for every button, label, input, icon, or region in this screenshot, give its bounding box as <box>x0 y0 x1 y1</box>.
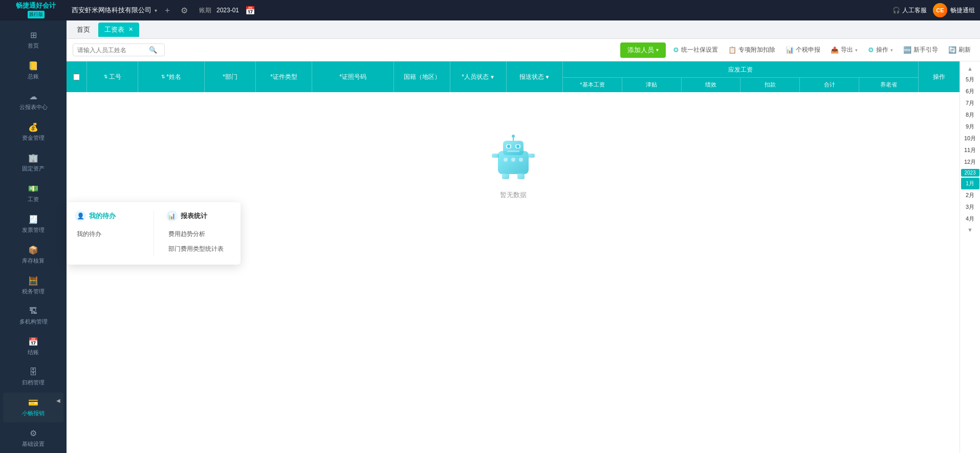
user-name: 畅捷通组 <box>950 6 975 15</box>
settings-icon[interactable]: ⚙ <box>178 6 191 15</box>
cal-month-9[interactable]: 9月 <box>961 121 979 133</box>
sidebar-cloud-label: 云报表中心 <box>19 103 48 111</box>
guide-btn-label: 新手引导 <box>913 46 938 54</box>
cal-month-5[interactable]: 5月 <box>961 74 979 85</box>
sidebar-assets-label: 固定资产 <box>22 165 45 172</box>
sidebar-salary-label: 工资 <box>28 196 39 203</box>
sidebar-item-fund[interactable]: 💰 资金管理 <box>3 117 63 147</box>
headset-icon: 🎧 <box>892 7 900 14</box>
table-container: 暂无数据 <box>67 92 960 453</box>
company-dropdown-icon[interactable]: ▾ <box>155 8 157 13</box>
search-box: 🔍 <box>73 44 165 56</box>
cal-month-3[interactable]: 3月 <box>961 201 979 213</box>
sidebar-item-closing[interactable]: 📅 结账 <box>3 332 63 361</box>
calendar-up-btn[interactable]: ▲ <box>963 63 977 74</box>
cal-month-11[interactable]: 11月 <box>961 144 979 156</box>
submenu-item-cost-trend[interactable]: 费用趋势分析 <box>166 227 233 242</box>
cal-month-1[interactable]: 1月 <box>961 178 979 189</box>
social-insurance-icon: ⚙ <box>673 46 679 54</box>
col-submit: 报送状态 ▼ <box>507 61 563 92</box>
sidebar-item-invoice[interactable]: 🧾 发票管理 <box>3 209 63 239</box>
action-arrow-icon: ▾ <box>890 48 893 53</box>
deduction-icon: 📋 <box>728 46 736 54</box>
add-company-btn[interactable]: ＋ <box>160 5 175 16</box>
col-operate: 操作 <box>919 61 960 92</box>
service-btn[interactable]: 🎧 人工客服 <box>892 6 927 15</box>
svg-rect-14 <box>492 154 499 158</box>
submenu-report-icon: 📊 <box>166 210 178 222</box>
cal-month-6[interactable]: 6月 <box>961 85 979 97</box>
svg-point-10 <box>511 158 515 162</box>
svg-point-9 <box>504 158 508 162</box>
cal-month-12[interactable]: 12月 <box>961 156 979 168</box>
sidebar-item-salary[interactable]: 💵 工资 <box>3 179 63 208</box>
action-icon: ⚙ <box>868 46 874 54</box>
export-btn[interactable]: 📤 导出 ▾ <box>827 44 861 56</box>
col-certtype-label: *证件类型 <box>270 73 297 81</box>
cal-month-7[interactable]: 7月 <box>961 97 979 109</box>
sidebar-home-label: 首页 <box>28 42 39 50</box>
refresh-btn[interactable]: 🔄 刷新 <box>945 44 974 56</box>
col-name: ⇅ *姓名 <box>138 61 205 92</box>
sidebar-item-assets[interactable]: 🏢 固定资产 <box>3 148 63 178</box>
salary-icon: 💵 <box>28 184 38 193</box>
service-label: 人工客服 <box>902 6 927 15</box>
submenu-item-my-pending[interactable]: 我的待办 <box>75 227 141 242</box>
col-submit-label: 报送状态 <box>519 73 544 81</box>
refresh-icon: 🔄 <box>948 46 956 54</box>
table-header-row: ⇅ 工号 ⇅ *姓名 *部门 *证件类型 <box>67 61 960 92</box>
user-area[interactable]: CE 畅捷通组 <box>933 3 975 17</box>
cal-month-10[interactable]: 10月 <box>961 133 979 144</box>
sidebar-item-inventory[interactable]: 📦 库存核算 <box>3 240 63 270</box>
col-certno-label: *证照号码 <box>339 73 366 81</box>
tab-salary[interactable]: 工资表 ✕ <box>98 23 139 37</box>
sidebar-multiorg-label: 多机构管理 <box>19 318 48 326</box>
basic-icon: ⚙ <box>30 428 37 438</box>
wage-group-subs: *基本工资 津贴 绩效 扣款 合计 养老省 <box>563 78 918 92</box>
submenu-item-dept-cost[interactable]: 部门费用类型统计表 <box>166 242 233 256</box>
empty-text: 暂无数据 <box>500 190 527 200</box>
closing-icon: 📅 <box>28 337 38 347</box>
deduction-btn[interactable]: 📋 专项附加扣除 <box>725 44 778 56</box>
sidebar-item-archive[interactable]: 🗄 归档管理 <box>3 362 63 392</box>
calendar-icon[interactable]: 📅 <box>242 6 258 15</box>
guide-btn[interactable]: 🆕 新手引导 <box>900 44 941 56</box>
app-name: 畅捷通好会计 <box>16 2 56 9</box>
sidebar-ledger-label: 总账 <box>28 73 39 80</box>
submit-filter-icon[interactable]: ▼ <box>545 74 550 80</box>
export-arrow-icon: ▾ <box>855 48 858 53</box>
tax-report-btn[interactable]: 📊 个税申报 <box>782 44 823 56</box>
company-name: 西安虾米网络科技有限公司 <box>72 6 151 15</box>
sidebar-item-multiorg[interactable]: 🏗 多机构管理 <box>3 301 63 331</box>
sidebar-item-ledger[interactable]: 📒 总账 <box>3 56 63 85</box>
submenu-divider <box>154 210 154 256</box>
sidebar-item-xiaochang[interactable]: 💳 小畅报销 ◀ <box>3 393 63 422</box>
sidebar-item-tax[interactable]: 🧮 税务管理 <box>3 271 63 300</box>
submenu-pending-title: 我的待办 <box>89 211 116 221</box>
sidebar: ⊞ 首页 📒 总账 ☁ 云报表中心 💰 资金管理 🏢 固定资产 💵 工资 🧾 发… <box>0 20 67 453</box>
search-icon[interactable]: 🔍 <box>149 46 157 54</box>
col-country: 国籍（地区） <box>394 61 450 92</box>
cal-month-4[interactable]: 4月 <box>961 213 979 225</box>
tab-salary-label: 工资表 <box>104 25 124 34</box>
multiorg-icon: 🏗 <box>29 307 37 316</box>
cal-year-label: 2023 <box>961 169 979 177</box>
action-btn[interactable]: ⚙ 操作 ▾ <box>865 44 896 56</box>
top-bar: 畅捷通好会计 践行版 西安虾米网络科技有限公司 ▾ ＋ ⚙ 账期 2023-01… <box>0 0 980 20</box>
social-insurance-btn[interactable]: ⚙ 统一社保设置 <box>670 44 721 56</box>
search-input[interactable] <box>77 47 149 54</box>
calendar-down-btn[interactable]: ▼ <box>963 225 977 235</box>
tab-close-icon[interactable]: ✕ <box>128 26 133 33</box>
sidebar-item-basic[interactable]: ⚙ 基础设置 <box>3 423 63 453</box>
sidebar-item-cloud[interactable]: ☁ 云报表中心 <box>3 87 63 116</box>
home-icon: ⊞ <box>30 30 37 40</box>
add-person-btn[interactable]: 添加人员 ▾ <box>620 42 666 58</box>
select-all-checkbox[interactable] <box>73 74 80 80</box>
cal-month-8[interactable]: 8月 <box>961 109 979 121</box>
sidebar-item-home[interactable]: ⊞ 首页 <box>3 25 63 55</box>
invoice-icon: 🧾 <box>28 214 38 224</box>
expand-arrow-icon: ◀ <box>56 398 60 403</box>
cal-month-2[interactable]: 2月 <box>961 189 979 201</box>
status-filter-icon[interactable]: ▼ <box>490 74 495 80</box>
tab-home[interactable]: 首页 <box>71 23 96 37</box>
